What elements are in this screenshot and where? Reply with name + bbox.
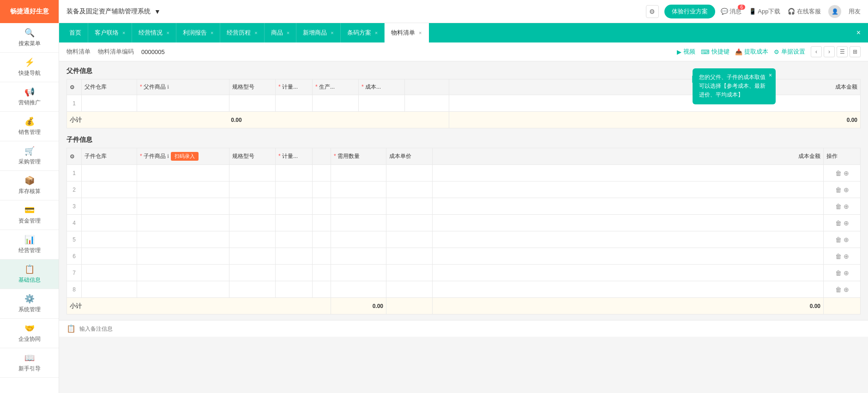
- tooltip-close-button[interactable]: ×: [769, 71, 772, 80]
- child-row-3-needed[interactable]: [331, 198, 386, 215]
- child-row-3-spec[interactable]: [229, 198, 276, 215]
- sidebar-item-guide[interactable]: 📖 新手引导: [0, 348, 59, 378]
- online-service-button[interactable]: 🎧 在线客服: [788, 7, 821, 16]
- prev-button[interactable]: ‹: [811, 46, 822, 57]
- child-row-4-unit[interactable]: [276, 215, 313, 231]
- child-row-1-product[interactable]: [137, 165, 229, 181]
- parent-warehouse-cell[interactable]: [82, 95, 137, 112]
- copy-icon[interactable]: ⊕: [844, 236, 849, 243]
- child-row-3-warehouse[interactable]: [82, 198, 137, 215]
- tab-goods[interactable]: 商品 ×: [265, 23, 296, 42]
- child-row-5-needed[interactable]: [331, 231, 386, 248]
- child-row-4-spec[interactable]: [229, 215, 276, 231]
- child-row-6-unit[interactable]: [276, 248, 313, 265]
- delete-icon[interactable]: 🗑: [835, 269, 842, 277]
- view-button[interactable]: ▶ 视频: [677, 48, 695, 56]
- app-download-button[interactable]: 📱 App下载: [749, 7, 780, 16]
- child-row-8-spec[interactable]: [229, 281, 276, 298]
- child-row-1-warehouse[interactable]: [82, 165, 137, 181]
- child-row-4-warehouse[interactable]: [82, 215, 137, 231]
- child-row-5-warehouse[interactable]: [82, 231, 137, 248]
- tab-bom[interactable]: 物料清单 ×: [385, 23, 428, 42]
- parent-prod-cell[interactable]: [313, 95, 359, 112]
- child-row-5-spec[interactable]: [229, 231, 276, 248]
- child-row-4-unitcost[interactable]: [386, 215, 433, 231]
- child-row-6-product[interactable]: [137, 248, 229, 265]
- sidebar-item-enterprise[interactable]: 🤝 企业协同: [0, 319, 59, 348]
- copy-icon[interactable]: ⊕: [844, 186, 849, 193]
- child-row-3-unitcost[interactable]: [386, 198, 433, 215]
- tab-profit-close[interactable]: ×: [211, 30, 213, 36]
- child-row-8-product[interactable]: [137, 281, 229, 298]
- delete-icon[interactable]: 🗑: [835, 169, 842, 177]
- parent-product-cell[interactable]: [137, 95, 229, 112]
- settings-gear-button[interactable]: ⚙: [646, 5, 659, 18]
- scan-button[interactable]: 扫码录入: [171, 152, 199, 161]
- sidebar-item-sales[interactable]: 💰 销售管理: [0, 112, 59, 141]
- child-row-7-unit[interactable]: [276, 265, 313, 281]
- tab-barcode-close[interactable]: ×: [375, 30, 378, 36]
- delete-icon[interactable]: 🗑: [835, 253, 842, 260]
- copy-icon[interactable]: ⊕: [844, 269, 849, 277]
- child-row-7-product[interactable]: [137, 265, 229, 281]
- parent-cost-cell[interactable]: [359, 95, 405, 112]
- parent-spec-cell[interactable]: [229, 95, 276, 112]
- note-input[interactable]: [79, 326, 861, 332]
- child-row-2-needed[interactable]: [331, 181, 386, 198]
- child-row-8-unit[interactable]: [276, 281, 313, 298]
- child-row-2-unitcost[interactable]: [386, 181, 433, 198]
- delete-icon[interactable]: 🗑: [835, 236, 842, 243]
- shortcut-button[interactable]: ⌨ 快捷键: [701, 48, 729, 56]
- delete-icon[interactable]: 🗑: [835, 203, 842, 210]
- sidebar-item-search[interactable]: 🔍 搜索菜单: [0, 23, 59, 53]
- grid-view-button[interactable]: ⊞: [850, 46, 861, 57]
- child-row-2-spec[interactable]: [229, 181, 276, 198]
- copy-icon[interactable]: ⊕: [844, 286, 849, 293]
- child-row-5-unit[interactable]: [276, 231, 313, 248]
- next-button[interactable]: ›: [824, 46, 835, 57]
- child-row-5-unitcost[interactable]: [386, 231, 433, 248]
- tab-business[interactable]: 经营情况 ×: [132, 23, 176, 42]
- sidebar-item-finance[interactable]: 💳 资金管理: [0, 200, 59, 230]
- child-row-3-product[interactable]: [137, 198, 229, 215]
- child-row-6-warehouse[interactable]: [82, 248, 137, 265]
- copy-icon[interactable]: ⊕: [844, 169, 849, 177]
- tab-customer[interactable]: 客户联络 ×: [88, 23, 132, 42]
- tab-customer-close[interactable]: ×: [122, 30, 125, 36]
- tab-history[interactable]: 经营历程 ×: [220, 23, 264, 42]
- sidebar-item-purchase[interactable]: 🛒 采购管理: [0, 141, 59, 171]
- copy-icon[interactable]: ⊕: [844, 219, 849, 227]
- dropdown-arrow-icon[interactable]: ▼: [154, 8, 161, 15]
- delete-icon[interactable]: 🗑: [835, 219, 842, 227]
- child-row-3-unit[interactable]: [276, 198, 313, 215]
- trial-button[interactable]: 体验行业方案: [664, 5, 715, 18]
- tab-home[interactable]: 首页: [63, 23, 88, 42]
- copy-icon[interactable]: ⊕: [844, 203, 849, 210]
- child-row-7-warehouse[interactable]: [82, 265, 137, 281]
- child-row-6-needed[interactable]: [331, 248, 386, 265]
- child-row-1-unitcost[interactable]: [386, 165, 433, 181]
- child-row-4-needed[interactable]: [331, 215, 386, 231]
- child-row-7-unitcost[interactable]: [386, 265, 433, 281]
- child-row-1-spec[interactable]: [229, 165, 276, 181]
- child-row-8-needed[interactable]: [331, 281, 386, 298]
- parent-settings-icon[interactable]: ⚙: [70, 84, 75, 91]
- child-row-2-product[interactable]: [137, 181, 229, 198]
- tab-barcode[interactable]: 条码方案 ×: [341, 23, 385, 42]
- delete-icon[interactable]: 🗑: [835, 186, 842, 193]
- cost-button[interactable]: 📥 提取成本: [735, 48, 768, 56]
- sidebar-item-quicknav[interactable]: ⚡ 快捷导航: [0, 53, 59, 82]
- tab-new-goods-close[interactable]: ×: [331, 30, 333, 36]
- child-row-8-unitcost[interactable]: [386, 281, 433, 298]
- tab-business-close[interactable]: ×: [166, 30, 169, 36]
- tab-new-goods[interactable]: 新增商品 ×: [296, 23, 340, 42]
- message-button[interactable]: 💬 6 消息: [721, 7, 742, 16]
- list-view-button[interactable]: ☰: [837, 46, 848, 57]
- child-row-8-warehouse[interactable]: [82, 281, 137, 298]
- sidebar-item-basic[interactable]: 📋 基础信息: [0, 260, 59, 289]
- sidebar-item-marketing[interactable]: 📢 营销推广: [0, 82, 59, 112]
- parent-unit-cell[interactable]: [276, 95, 313, 112]
- sidebar-item-system[interactable]: ⚙️ 系统管理: [0, 289, 59, 319]
- child-row-5-product[interactable]: [137, 231, 229, 248]
- child-row-2-unit[interactable]: [276, 181, 313, 198]
